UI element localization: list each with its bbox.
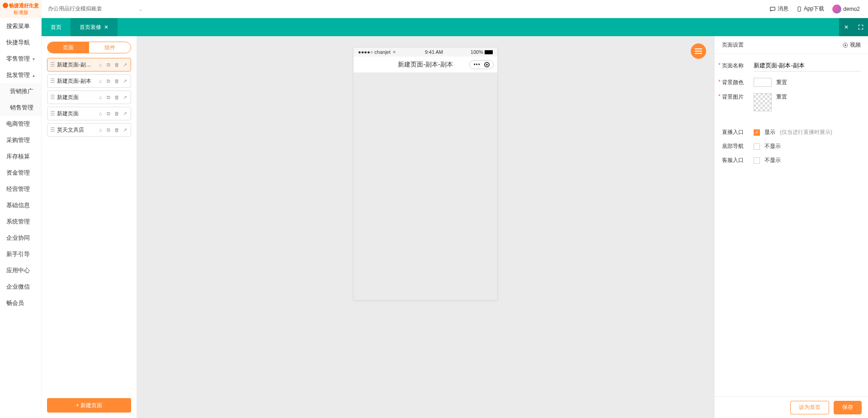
user-menu[interactable]: demo2 bbox=[832, 5, 860, 14]
chevron-down-icon: ⌄ bbox=[138, 6, 143, 12]
brand-sub: 标准版 bbox=[14, 9, 28, 16]
svg-rect-1 bbox=[798, 7, 801, 11]
user-name: demo2 bbox=[843, 6, 860, 12]
message-icon bbox=[769, 6, 776, 12]
topbar: 畅捷通好生意 标准版 办公用品行业模拟账套 ⌄ 消息 App下载 demo2 bbox=[0, 0, 868, 18]
phone-icon bbox=[797, 6, 802, 12]
tenant-name: 办公用品行业模拟账套 bbox=[48, 5, 102, 13]
brand-logo[interactable]: 畅捷通好生意 标准版 bbox=[0, 0, 42, 18]
svg-rect-0 bbox=[770, 7, 775, 10]
avatar bbox=[832, 5, 841, 14]
brand-main: 畅捷通好生意 bbox=[9, 2, 39, 9]
tenant-select[interactable]: 办公用品行业模拟账套 ⌄ bbox=[48, 5, 143, 13]
app-download-button[interactable]: App下载 bbox=[797, 5, 824, 13]
message-label: 消息 bbox=[778, 5, 788, 13]
app-download-label: App下载 bbox=[804, 5, 824, 13]
message-button[interactable]: 消息 bbox=[769, 5, 788, 13]
